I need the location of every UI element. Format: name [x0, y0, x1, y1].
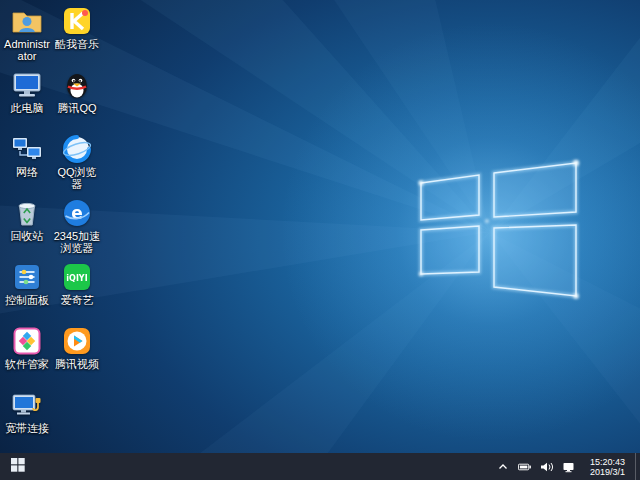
svg-text:iQIYI: iQIYI: [66, 274, 87, 283]
desktop-icon-iqiyi[interactable]: iQIYI 爱奇艺: [52, 261, 102, 325]
desktop-icon-label: 软件管家: [5, 358, 49, 370]
tencent-video-icon: [61, 325, 93, 357]
desktop-icon-label: 酷我音乐: [55, 38, 99, 50]
desktop-icon-this-pc[interactable]: 此电脑: [2, 69, 52, 133]
computer-icon: [11, 69, 43, 101]
network-icon: [11, 133, 43, 165]
iqiyi-icon: iQIYI: [61, 261, 93, 293]
start-button[interactable]: [0, 453, 36, 480]
clock-date: 2019/3/1: [590, 467, 625, 477]
kuwo-music-icon: [61, 5, 93, 37]
desktop-icon-label: Administrator: [2, 38, 52, 62]
show-desktop-button[interactable]: [635, 453, 640, 480]
desktop-icon-label: 网络: [16, 166, 38, 178]
recycle-bin-icon: [11, 197, 43, 229]
desktop-icon-2345-browser[interactable]: e 2345加速浏览器: [52, 197, 102, 261]
system-tray: 15:20:43 2019/3/1: [492, 453, 635, 480]
desktop-icon-control-panel[interactable]: 控制面板: [2, 261, 52, 325]
desktop-icon-qq-browser[interactable]: QQ浏览器: [52, 133, 102, 197]
desktop-icon-label: 爱奇艺: [61, 294, 94, 306]
desktop-icon-recycle-bin[interactable]: 回收站: [2, 197, 52, 261]
software-box-icon: [11, 325, 43, 357]
volume-icon[interactable]: [540, 453, 554, 480]
desktop-icon-tencent-video[interactable]: 腾讯视频: [52, 325, 102, 389]
taskbar-empty-area[interactable]: [36, 453, 492, 480]
qq-browser-icon: [61, 133, 93, 165]
windows-start-icon: [11, 458, 25, 476]
desktop-icon-label: 宽带连接: [5, 422, 49, 434]
broadband-icon: [11, 389, 43, 421]
desktop-icon-label: 此电脑: [11, 102, 44, 114]
desktop-icon-label: 回收站: [11, 230, 44, 242]
desktop-icon-label: 腾讯QQ: [57, 102, 96, 114]
qq-penguin-icon: [61, 69, 93, 101]
desktop-icon-label: 腾讯视频: [55, 358, 99, 370]
desktop-icon-label: QQ浏览器: [52, 166, 102, 190]
desktop-icon-label: 控制面板: [5, 294, 49, 306]
desktop-icon-tencent-qq[interactable]: 腾讯QQ: [52, 69, 102, 133]
desktop-icon-administrator[interactable]: Administrator: [2, 5, 52, 69]
desktop-icon-network[interactable]: 网络: [2, 133, 52, 197]
taskbar: 15:20:43 2019/3/1: [0, 453, 640, 480]
chevron-up-icon[interactable]: [496, 453, 510, 480]
desktop-icon-broadband[interactable]: 宽带连接: [2, 389, 52, 453]
svg-text:e: e: [71, 203, 83, 223]
desktop: Administrator 酷我音乐: [0, 0, 640, 453]
user-folder-icon: [11, 5, 43, 37]
taskbar-clock[interactable]: 15:20:43 2019/3/1: [584, 457, 631, 477]
desktop-icon-software-manager[interactable]: 软件管家: [2, 325, 52, 389]
desktop-icon-kuwo-music[interactable]: 酷我音乐: [52, 5, 102, 69]
desktop-icon-grid: Administrator 酷我音乐: [2, 5, 102, 453]
clock-time: 15:20:43: [590, 457, 625, 467]
desktop-icon-label: 2345加速浏览器: [52, 230, 102, 254]
battery-icon[interactable]: [518, 453, 532, 480]
control-panel-icon: [11, 261, 43, 293]
browser-e-icon: e: [61, 197, 93, 229]
network-tray-icon[interactable]: [562, 453, 576, 480]
